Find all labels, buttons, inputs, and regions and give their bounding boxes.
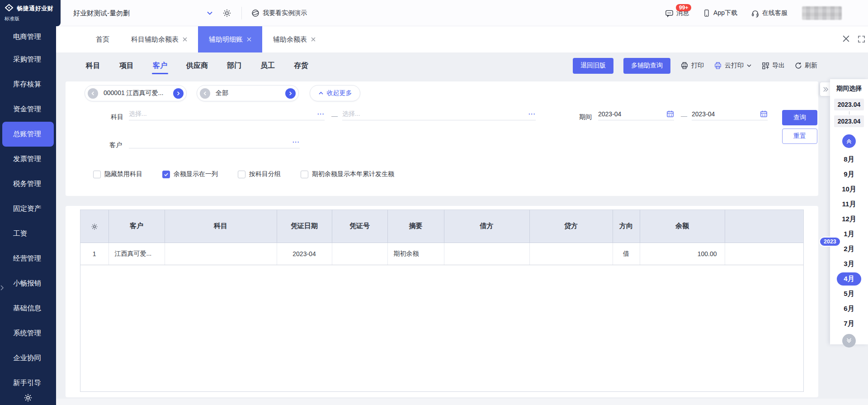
sidebar-item-payroll[interactable]: 工资 <box>0 221 56 246</box>
column-header-summary[interactable]: 摘要 <box>387 210 444 243</box>
sidebar-item-purchase[interactable]: 采购管理 <box>0 47 56 72</box>
period-from-input[interactable]: 2023-04 <box>598 108 674 120</box>
month-sep[interactable]: 9月 <box>830 167 868 182</box>
cloud-print-button[interactable]: 云打印 <box>714 62 752 70</box>
export-button[interactable]: 导出 <box>762 62 785 70</box>
user-account-blurred[interactable] <box>802 6 842 20</box>
checkbox-balance-one-column[interactable]: 余额显示在一列 <box>162 170 218 178</box>
next-arrow-icon[interactable] <box>173 88 184 99</box>
fullscreen-icon[interactable] <box>858 35 865 43</box>
month-jun[interactable]: 6月 <box>830 301 868 316</box>
subject-to-picker-dots[interactable]: ··· <box>528 110 536 117</box>
checkbox-opening-balance-ytd[interactable]: 期初余额显示本年累计发生额 <box>301 170 394 178</box>
next-arrow-icon[interactable] <box>285 88 296 99</box>
sidebar-item-guide[interactable]: 新手引导 <box>0 371 56 395</box>
messages-button[interactable]: 消息 99+ <box>665 9 689 18</box>
back-to-old-version-button[interactable]: 退回旧版 <box>573 58 613 74</box>
bottom-scrollbar-track[interactable] <box>56 399 868 405</box>
checkbox-box[interactable] <box>238 171 245 178</box>
subnav-supplier[interactable]: 供应商 <box>185 55 209 77</box>
scope-selector-pill[interactable]: 全部 <box>197 85 299 101</box>
checkbox-hide-disabled-subjects[interactable]: 隐藏禁用科目 <box>93 170 142 178</box>
month-nov[interactable]: 11月 <box>830 197 868 212</box>
subnav-department[interactable]: 部门 <box>226 55 242 77</box>
scroll-months-down-button[interactable] <box>842 334 856 348</box>
column-header-subject[interactable]: 科目 <box>165 210 277 243</box>
sidebar-item-invoice[interactable]: 发票管理 <box>0 147 56 172</box>
calendar-icon[interactable] <box>666 110 674 118</box>
customer-picker-dots[interactable]: ··· <box>292 138 300 145</box>
refresh-button[interactable]: 刷新 <box>795 62 817 70</box>
print-button[interactable]: 打印 <box>680 62 704 70</box>
close-icon[interactable] <box>247 37 251 42</box>
sidebar-item-operations[interactable]: 经营管理 <box>0 246 56 271</box>
month-mar[interactable]: 3月 <box>830 257 868 272</box>
sidebar-item-general-ledger[interactable]: 总账管理 <box>2 122 54 147</box>
subnav-employee[interactable]: 员工 <box>259 55 276 77</box>
calendar-icon[interactable] <box>760 110 768 118</box>
sidebar-item-system[interactable]: 系统管理 <box>0 321 56 346</box>
app-download-button[interactable]: App下载 <box>703 9 737 17</box>
query-button[interactable]: 查询 <box>782 110 817 125</box>
sidebar-item-expense[interactable]: 小畅报销 <box>0 271 56 296</box>
column-header-customer[interactable]: 客户 <box>108 210 165 243</box>
sidebar-settings-gear-icon[interactable] <box>24 393 33 402</box>
sidebar-collapse-arrow-icon[interactable] <box>0 285 4 291</box>
checkbox-box[interactable] <box>301 171 308 178</box>
reset-button[interactable]: 重置 <box>782 129 817 144</box>
column-header-debit[interactable]: 借方 <box>444 210 529 243</box>
tab-subject-aux-balance[interactable]: 科目辅助余额表 <box>120 26 198 52</box>
month-apr-selected[interactable]: 4月 <box>837 272 861 286</box>
sidebar-item-collaboration[interactable]: 企业协同 <box>0 346 56 371</box>
close-icon[interactable] <box>183 37 187 42</box>
org-selector[interactable]: 好业财测试-量勿删 <box>73 0 213 26</box>
close-icon[interactable] <box>311 37 316 42</box>
month-jul[interactable]: 7月 <box>830 316 868 331</box>
column-settings-gear[interactable] <box>80 210 108 243</box>
column-header-direction[interactable]: 方向 <box>613 210 640 243</box>
customer-input[interactable]: ··· <box>129 136 300 148</box>
month-aug[interactable]: 8月 <box>830 152 868 167</box>
tab-aux-detail-ledger[interactable]: 辅助明细账 <box>198 26 262 52</box>
column-header-voucher-no[interactable]: 凭证号 <box>332 210 387 243</box>
period-panel-collapse-handle[interactable] <box>820 82 830 96</box>
tab-aux-balance[interactable]: 辅助余额表 <box>262 26 326 52</box>
month-dec[interactable]: 12月 <box>830 212 868 227</box>
tab-home[interactable]: 首页 <box>85 26 120 52</box>
customer-selector-pill[interactable]: 000001 江西真可爱... <box>85 85 187 101</box>
sidebar-item-basic-info[interactable]: 基础信息 <box>0 296 56 321</box>
period-to-box[interactable]: 2023.04 <box>834 115 864 127</box>
demo-link[interactable]: 我要看实例演示 <box>251 0 307 26</box>
support-button[interactable]: 在线客服 <box>751 9 788 18</box>
subnav-project[interactable]: 项目 <box>118 55 135 77</box>
column-header-balance[interactable]: 余额 <box>640 210 725 243</box>
sidebar-item-funds[interactable]: 资金管理 <box>0 97 56 122</box>
collapse-more-button[interactable]: 收起更多 <box>310 85 360 101</box>
sidebar-item-tax[interactable]: 税务管理 <box>0 172 56 196</box>
month-may[interactable]: 5月 <box>830 286 868 301</box>
sidebar-item-ecommerce[interactable]: 电商管理 <box>0 26 56 47</box>
checkbox-box-checked[interactable] <box>162 171 170 178</box>
scroll-months-up-button[interactable] <box>842 134 856 148</box>
multi-aux-query-button[interactable]: 多辅助查询 <box>623 58 670 74</box>
period-to-input[interactable]: 2023-04 <box>692 108 768 120</box>
subject-from-input[interactable]: 选择... ··· <box>129 108 325 120</box>
subnav-stock[interactable]: 存货 <box>293 55 309 77</box>
subject-to-input[interactable]: 选择... ··· <box>342 108 536 120</box>
table-row[interactable]: 1 江西真可爱... 2023-04 期初余额 借 100.00 <box>80 243 803 265</box>
sidebar-item-fixed-assets[interactable]: 固定资产 <box>0 196 56 221</box>
checkbox-box[interactable] <box>93 171 101 178</box>
subnav-subject[interactable]: 科目 <box>85 55 101 77</box>
period-from-box[interactable]: 2023.04 <box>834 99 864 110</box>
subnav-customer[interactable]: 客户 <box>152 55 168 77</box>
checkbox-group-by-subject[interactable]: 按科目分组 <box>238 170 281 178</box>
prev-arrow-icon[interactable] <box>88 88 98 99</box>
month-oct[interactable]: 10月 <box>830 182 868 197</box>
gear-icon[interactable] <box>222 9 231 18</box>
column-header-credit[interactable]: 贷方 <box>529 210 613 243</box>
sidebar-item-inventory[interactable]: 库存核算 <box>0 72 56 97</box>
column-header-voucher-date[interactable]: 凭证日期 <box>277 210 332 243</box>
prev-arrow-icon[interactable] <box>200 88 210 99</box>
subject-from-picker-dots[interactable]: ··· <box>317 110 325 117</box>
close-all-icon[interactable] <box>842 35 850 43</box>
